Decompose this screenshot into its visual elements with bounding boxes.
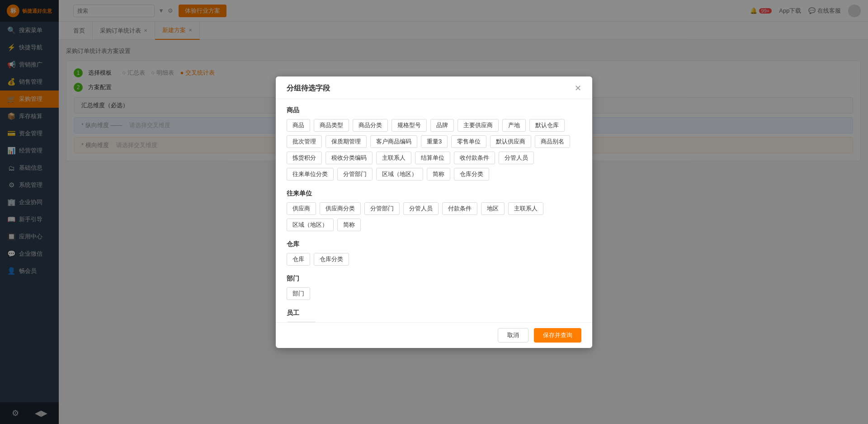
field-tag-零售单位[interactable]: 零售单位	[451, 135, 486, 148]
field-tag-简称[interactable]: 简称	[337, 219, 361, 231]
field-tag-供应商[interactable]: 供应商	[287, 202, 316, 215]
dialog-title: 分组待选字段	[287, 84, 330, 93]
field-tag-批次管理[interactable]: 批次管理	[287, 135, 322, 148]
field-tag-仓库分类[interactable]: 仓库分类	[454, 168, 489, 181]
field-tag-区域（地区）[interactable]: 区域（地区）	[287, 219, 334, 231]
field-tag-简称[interactable]: 简称	[427, 168, 450, 181]
section-title-staff: 员工	[287, 309, 581, 317]
field-tag-商品类型[interactable]: 商品类型	[314, 119, 349, 132]
field-tag-客户商品编码[interactable]: 客户商品编码	[370, 135, 417, 148]
field-tag-付款条件[interactable]: 付款条件	[442, 202, 477, 215]
section-staff: 员工业务员	[287, 309, 581, 322]
field-tag-规格型号[interactable]: 规格型号	[392, 119, 427, 132]
dialog-overlay: 分组待选字段 ✕ 商品商品商品类型商品分类规格型号品牌主要供应商产地默认仓库批次…	[0, 0, 868, 424]
field-tag-税收分类编码[interactable]: 税收分类编码	[326, 152, 373, 164]
dialog-close-button[interactable]: ✕	[575, 84, 581, 92]
field-tag-默认仓库[interactable]: 默认仓库	[529, 119, 565, 132]
field-tag-商品分类[interactable]: 商品分类	[353, 119, 388, 132]
field-tag-主联系人[interactable]: 主联系人	[508, 202, 543, 215]
field-tag-结算单位[interactable]: 结算单位	[415, 152, 450, 164]
field-tag-地区[interactable]: 地区	[481, 202, 505, 215]
field-tag-品牌[interactable]: 品牌	[430, 119, 454, 132]
field-tag-产地[interactable]: 产地	[502, 119, 526, 132]
field-tag-供应商分类[interactable]: 供应商分类	[320, 202, 361, 215]
section-department: 部门部门	[287, 275, 581, 300]
field-tags-department: 部门	[287, 287, 581, 300]
field-tag-收付款条件[interactable]: 收付款条件	[454, 152, 495, 164]
field-tag-主要供应商[interactable]: 主要供应商	[458, 119, 499, 132]
section-title-warehouse: 仓库	[287, 240, 581, 248]
cancel-button[interactable]: 取消	[498, 328, 528, 343]
field-tag-保质期管理[interactable]: 保质期管理	[326, 135, 367, 148]
section-title-partner: 往来单位	[287, 190, 581, 198]
dialog-footer: 取消 保存并查询	[276, 322, 592, 348]
dialog: 分组待选字段 ✕ 商品商品商品类型商品分类规格型号品牌主要供应商产地默认仓库批次…	[276, 76, 592, 348]
section-warehouse: 仓库仓库仓库分类	[287, 240, 581, 266]
field-tags-warehouse: 仓库仓库分类	[287, 253, 581, 266]
field-tag-区域（地区）[interactable]: 区域（地区）	[376, 168, 423, 181]
field-tags-product: 商品商品类型商品分类规格型号品牌主要供应商产地默认仓库批次管理保质期管理客户商品…	[287, 119, 581, 181]
section-title-product: 商品	[287, 106, 581, 114]
field-tag-商品[interactable]: 商品	[287, 119, 310, 132]
field-tag-商品别名[interactable]: 商品别名	[535, 135, 570, 148]
dialog-body: 商品商品商品类型商品分类规格型号品牌主要供应商产地默认仓库批次管理保质期管理客户…	[276, 99, 592, 322]
field-tag-部门[interactable]: 部门	[287, 287, 310, 300]
field-tag-分管人员[interactable]: 分管人员	[403, 202, 439, 215]
section-product: 商品商品商品类型商品分类规格型号品牌主要供应商产地默认仓库批次管理保质期管理客户…	[287, 106, 581, 181]
dialog-header: 分组待选字段 ✕	[276, 76, 592, 99]
field-tags-partner: 供应商供应商分类分管部门分管人员付款条件地区主联系人区域（地区）简称	[287, 202, 581, 231]
field-tag-分管部门[interactable]: 分管部门	[364, 202, 400, 215]
section-partner: 往来单位供应商供应商分类分管部门分管人员付款条件地区主联系人区域（地区）简称	[287, 190, 581, 231]
field-tag-分管部门[interactable]: 分管部门	[337, 168, 373, 181]
field-tag-仓库分类[interactable]: 仓库分类	[314, 253, 349, 266]
section-title-department: 部门	[287, 275, 581, 283]
field-tag-仓库[interactable]: 仓库	[287, 253, 310, 266]
field-tag-默认供应商[interactable]: 默认供应商	[490, 135, 531, 148]
field-tag-拣货积分[interactable]: 拣货积分	[287, 152, 322, 164]
field-tag-分管人员[interactable]: 分管人员	[499, 152, 534, 164]
field-tag-重量3[interactable]: 重量3	[421, 135, 448, 148]
field-tag-往来单位分类[interactable]: 往来单位分类	[287, 168, 334, 181]
field-tag-主联系人[interactable]: 主联系人	[376, 152, 411, 164]
confirm-button[interactable]: 保存并查询	[534, 328, 581, 343]
